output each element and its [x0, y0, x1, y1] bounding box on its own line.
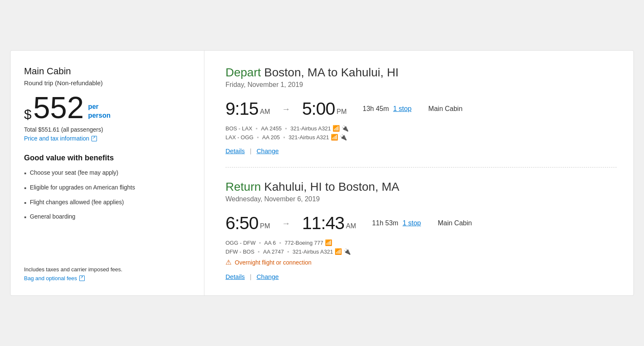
depart-ampm: AM	[260, 108, 270, 116]
flight-card: Main Cabin Round trip (Non-refundable) $…	[10, 50, 634, 296]
return-depart-time: 6:50	[225, 213, 258, 233]
return-header: Return Kahului, HI to Boston, MA	[225, 180, 617, 194]
arrow-icon: →	[282, 219, 290, 228]
return-duration-stop: 11h 53m 1 stop	[372, 219, 421, 227]
depart-time-row: 9:15 AM → 5:00 PM 13h 45m 1 stop Main Ca…	[225, 99, 617, 119]
return-route-text: Kahului, HI to Boston, MA	[264, 180, 400, 193]
return-time-row: 6:50 PM → 11:43 AM 11h 53m 1 stop Main C…	[225, 213, 617, 233]
depart-time: 9:15	[225, 99, 258, 119]
depart-route-text: Boston, MA to Kahului, HI	[264, 66, 399, 79]
wifi-icon: 📶	[325, 239, 332, 246]
depart-leg2-row: LAX - OGG ▪ AA 205 ▪ 321-Airbus A321 📶 🔌	[225, 134, 617, 141]
external-link-icon	[79, 276, 85, 281]
return-arrive-ampm: AM	[346, 222, 356, 230]
trip-type-label: Round trip (Non-refundable)	[24, 79, 191, 86]
return-action-row: Details | Change	[225, 273, 617, 280]
return-duration: 11h 53m	[372, 219, 398, 227]
total-price: Total $551.61 (all passengers)	[24, 126, 191, 133]
bullet-icon: ▪	[24, 213, 27, 222]
arrow-icon: →	[282, 104, 290, 114]
arrive-ampm: PM	[337, 108, 347, 116]
dollar-sign: $	[24, 108, 32, 121]
return-word: Return	[225, 180, 261, 193]
benefits-title: Good value with benefits	[24, 154, 191, 162]
power-icon: 🔌	[341, 125, 349, 132]
cabin-type-label: Main Cabin	[24, 66, 191, 77]
return-section: Return Kahului, HI to Boston, MA Wednesd…	[225, 180, 617, 280]
wifi-icon: 📶	[331, 134, 338, 141]
depart-word: Depart	[225, 66, 261, 79]
bullet-icon: ▪	[24, 169, 27, 178]
per-person-label: perperson	[88, 103, 110, 120]
includes-text: Includes taxes and carrier imposed fees.	[24, 266, 191, 273]
duration-stop: 13h 45m 1 stop	[363, 105, 412, 113]
return-change-link[interactable]: Change	[257, 273, 279, 280]
return-cabin: Main Cabin	[438, 219, 472, 227]
section-divider	[225, 167, 617, 168]
benefit-item: ▪ Choose your seat (fee may apply)	[24, 169, 191, 178]
return-depart-ampm: PM	[260, 222, 270, 230]
arrive-time: 5:00	[302, 99, 335, 119]
depart-details-link[interactable]: Details	[225, 147, 245, 154]
depart-date: Friday, November 1, 2019	[225, 81, 617, 89]
depart-header: Depart Boston, MA to Kahului, HI	[225, 66, 617, 79]
left-bottom: Includes taxes and carrier imposed fees.…	[24, 258, 191, 282]
depart-section: Depart Boston, MA to Kahului, HI Friday,…	[225, 66, 617, 154]
tax-info-link[interactable]: Price and tax information	[24, 135, 97, 142]
return-details-link[interactable]: Details	[225, 273, 245, 280]
benefit-item: ▪ General boarding	[24, 213, 191, 222]
warning-icon: ⚠	[225, 258, 231, 266]
return-date: Wednesday, November 6, 2019	[225, 195, 617, 203]
price-row: $ 552 perperson	[24, 92, 191, 123]
right-panel: Depart Boston, MA to Kahului, HI Friday,…	[204, 51, 633, 295]
bullet-icon: ▪	[24, 184, 27, 193]
depart-cabin: Main Cabin	[428, 105, 462, 113]
depart-leg1-row: BOS - LAX ▪ AA 2455 ▪ 321-Airbus A321 📶 …	[225, 125, 617, 132]
price-amount: 552	[33, 92, 84, 123]
benefit-item: ▪ Eligible for upgrades on American flig…	[24, 184, 191, 193]
depart-change-link[interactable]: Change	[257, 147, 279, 154]
bag-fees-link[interactable]: Bag and optional fees	[24, 275, 85, 281]
external-link-icon	[91, 136, 97, 141]
return-arrive-time: 11:43	[302, 213, 344, 233]
left-panel: Main Cabin Round trip (Non-refundable) $…	[11, 51, 204, 295]
return-leg1-row: OGG - DFW ▪ AA 6 ▪ 772-Boeing 777 📶	[225, 239, 617, 246]
depart-stops-link[interactable]: 1 stop	[393, 105, 412, 113]
power-icon: 🔌	[343, 248, 351, 255]
bullet-icon: ▪	[24, 199, 27, 208]
return-leg2-row: DFW - BOS ▪ AA 2747 ▪ 321-Airbus A321 📶 …	[225, 248, 617, 255]
return-stops-link[interactable]: 1 stop	[402, 219, 421, 227]
benefit-item: ▪ Flight changes allowed (fee applies)	[24, 199, 191, 208]
wifi-icon: 📶	[333, 125, 340, 132]
depart-action-row: Details | Change	[225, 147, 617, 154]
overnight-warning: ⚠ Overnight flight or connection	[225, 258, 617, 266]
power-icon: 🔌	[340, 134, 347, 141]
depart-duration: 13h 45m	[363, 105, 389, 113]
wifi-icon: 📶	[335, 248, 342, 255]
